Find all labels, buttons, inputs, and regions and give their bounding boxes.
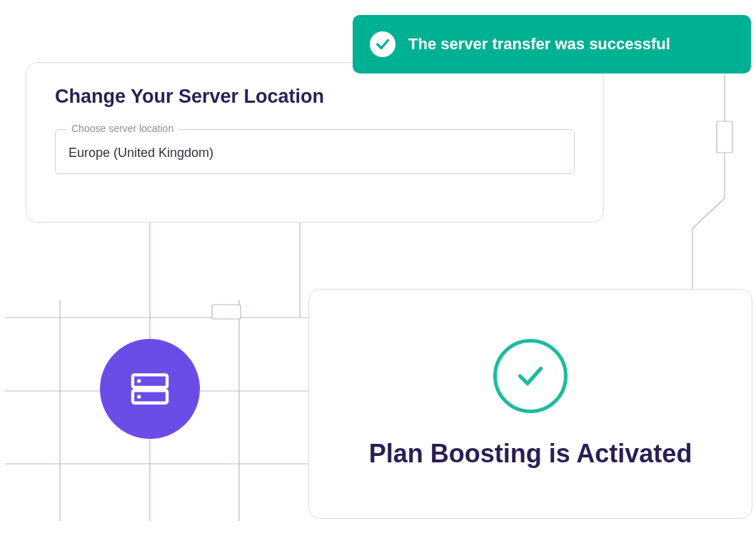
field-label: Choose server location (67, 123, 178, 134)
card-title: Change Your Server Location (55, 86, 575, 108)
svg-line-9 (692, 198, 725, 228)
check-icon (493, 339, 568, 413)
svg-rect-12 (717, 121, 732, 153)
svg-point-15 (137, 379, 141, 382)
server-icon (100, 339, 200, 439)
server-location-select[interactable]: Choose server location Europe (United Ki… (55, 129, 575, 174)
success-toast: The server transfer was successful (353, 15, 751, 73)
svg-point-16 (137, 395, 141, 398)
server-location-card: Change Your Server Location Choose serve… (26, 62, 604, 223)
check-icon (370, 31, 395, 57)
svg-rect-11 (212, 305, 241, 319)
plan-boost-card: Plan Boosting is Activated (308, 289, 752, 519)
toast-message: The server transfer was successful (408, 35, 670, 54)
field-value: Europe (United Kingdom) (69, 146, 561, 161)
boost-message: Plan Boosting is Activated (369, 439, 692, 469)
